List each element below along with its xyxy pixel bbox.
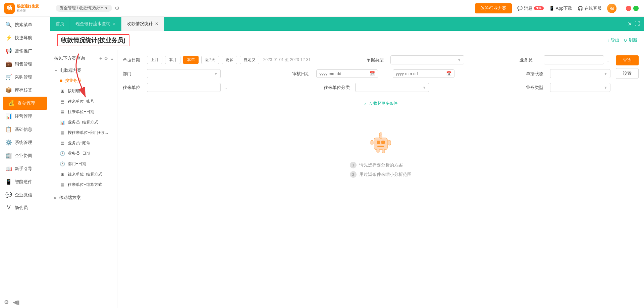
breadcrumb: 资金管理 / 收款情况统计 ▼ — [56, 5, 112, 12]
sidebar-item-purchase[interactable]: 🛒 采购管理 — [0, 70, 50, 84]
tab-close-all-icon[interactable]: ✕ — [628, 21, 632, 27]
sidebar-item-smarthw[interactable]: 📱 智能硬件 — [0, 175, 50, 188]
unit-select[interactable] — [147, 83, 221, 92]
dept-select[interactable]: ▼ — [147, 69, 221, 78]
sidebar-item-enterprise[interactable]: 🏢 企业协同 — [0, 149, 50, 162]
date-btn-custom[interactable]: 自定义 — [240, 56, 259, 64]
basicinfo-icon: 📋 — [5, 126, 12, 133]
panel-collapse-button[interactable]: « — [110, 56, 113, 61]
scheme-item-by-salesman[interactable]: 按业务员 — [50, 75, 117, 86]
tab-collection-stat[interactable]: 收款情况统计 ✕ — [121, 17, 164, 31]
filter-settings-button[interactable]: 设置 — [616, 68, 639, 79]
date-btn-more[interactable]: 更多 — [222, 56, 237, 64]
salesman-dots[interactable]: ... — [607, 57, 610, 62]
sidebar-item-search[interactable]: 🔍 搜索菜单 — [0, 18, 50, 31]
filter-buttons: 查询 设置 — [610, 55, 639, 97]
refresh-button[interactable]: ↻ 刷新 — [624, 37, 637, 43]
tab-bank-flow[interactable]: 现金银行流水查询 ✕ — [70, 17, 121, 31]
window-close-button[interactable] — [626, 6, 631, 11]
date-btn-this-year[interactable]: 本年 — [183, 56, 199, 64]
inventory-icon: 📦 — [5, 87, 12, 93]
sidebar-item-finance[interactable]: 💰 资金管理 — [3, 97, 47, 110]
sidebar-item-marketing[interactable]: 📢 营销推广 — [0, 44, 50, 57]
audit-date-start-input[interactable]: 📅 — [316, 69, 378, 78]
sidebar-item-member[interactable]: V 畅会员 — [0, 201, 50, 214]
scheme-item-salesman-date[interactable]: 🕐 业务员+日期 — [50, 148, 117, 159]
date-btn-this-month[interactable]: 本月 — [165, 56, 180, 64]
tab-close-bank-flow[interactable]: ✕ — [112, 21, 116, 26]
scheme-item-by-detail[interactable]: ⊞ 按明细 — [50, 86, 117, 96]
app-download-button[interactable]: 📱 App下载 — [549, 5, 572, 11]
tab-window-controls: ✕ ⛶ — [624, 21, 644, 27]
trial-button[interactable]: 体验行业方案 — [475, 3, 512, 13]
biztype-select[interactable]: ▼ — [550, 83, 610, 92]
tab-close-collection[interactable]: ✕ — [155, 21, 158, 26]
date-btn-last-month[interactable]: 上月 — [147, 56, 162, 64]
sidebar-item-inventory[interactable]: 📦 库存核算 — [0, 84, 50, 97]
sidebar-item-newguide[interactable]: 📖 新手引导 — [0, 162, 50, 175]
audit-date-end-field[interactable] — [396, 71, 446, 76]
filter-row-1: 单据日期 上月 本月 本年 近7天 更多 自定义 2023-01-01 至 20… — [123, 55, 610, 64]
expand-icon: ▼ — [54, 69, 58, 72]
scheme-mobile: ▶ 移动端方案 — [50, 191, 117, 204]
doctype-select[interactable]: ▼ — [390, 55, 464, 64]
table5-icon: ▤ — [60, 182, 65, 187]
docstatus-select[interactable]: ▼ — [550, 69, 610, 78]
tab-expand-icon[interactable]: ⛶ — [635, 21, 640, 27]
scheme-item-unit-dept[interactable]: ▤ 按往来单位+部门+收... — [50, 127, 117, 138]
export-button[interactable]: ↑ 导出 — [607, 37, 620, 43]
message-button[interactable]: 💬 消息 99+ — [517, 5, 544, 11]
scheme-mobile-header[interactable]: ▶ 移动端方案 — [50, 193, 117, 203]
sidebar-item-basicinfo[interactable]: 📋 基础信息 — [0, 123, 50, 136]
service-icon: 🎧 — [578, 6, 583, 11]
unit-dots[interactable]: ... — [223, 85, 227, 90]
scheme-item-salesman-account[interactable]: ▤ 业务员+账号 — [50, 138, 117, 148]
calendar-icon[interactable]: 📅 — [370, 71, 375, 76]
sidebar-item-system[interactable]: ⚙️ 系统管理 — [0, 136, 50, 149]
table4-icon: ▤ — [60, 141, 65, 146]
unit-category-select[interactable]: ▼ — [355, 83, 429, 92]
scheme-item-salesman-settle[interactable]: 📊 业务员+结算方式 — [50, 117, 117, 127]
hint-number-1: 1 — [350, 162, 357, 168]
date-label: 单据日期 — [123, 57, 142, 63]
scheme-settings-button[interactable]: ⚙ — [104, 56, 108, 61]
sidebar-item-wechat[interactable]: 💬 企业微信 — [0, 188, 50, 201]
scheme-item-dept-date[interactable]: 🕐 部门+日期 — [50, 159, 117, 169]
unit-category-arrow-icon: ▼ — [423, 86, 426, 90]
window-maximize-button[interactable] — [633, 6, 639, 11]
audit-date-end-input[interactable]: 📅 — [393, 69, 454, 78]
salesman-select[interactable] — [544, 55, 604, 64]
scheme-desktop-header[interactable]: ▼ 电脑端方案 — [50, 65, 117, 75]
date-btn-7days[interactable]: 近7天 — [201, 56, 219, 64]
sales-icon: 💼 — [5, 61, 12, 67]
logo-area: 畅 畅捷通好生意 标准版 — [0, 0, 50, 17]
scheme-item-unit-settle2[interactable]: ▤ 往来单位+结算方式 — [50, 179, 117, 190]
scheme-item-unit-date[interactable]: ▤ 往来单位+日期 — [50, 107, 117, 117]
svg-rect-8 — [382, 149, 385, 153]
calendar2-icon[interactable]: 📅 — [446, 71, 451, 76]
query-button[interactable]: 查询 — [616, 55, 639, 65]
gear-icon[interactable]: ⚙ — [115, 5, 119, 11]
audit-date-label: 审核日期 — [292, 71, 311, 77]
sidebar-item-operations[interactable]: 📊 经营管理 — [0, 110, 50, 123]
bottom-settings-icon[interactable]: ⚙ — [4, 299, 9, 305]
logo-text: 畅捷通好生意 标准版 — [17, 4, 39, 13]
collapse-more-button[interactable]: ∧ ∧ 收起更多条件 — [123, 98, 639, 109]
operations-icon: 📊 — [5, 113, 12, 119]
sidebar-item-quicknav[interactable]: ⚡ 快捷导航 — [0, 31, 50, 44]
data-area: 1 请先选择要分析的方案 2 用过滤条件来缩小分析范围 — [123, 112, 639, 196]
user-avatar[interactable]: Rit — [607, 4, 616, 13]
tab-home[interactable]: 首页 — [50, 17, 70, 31]
scheme-item-unit-settle1[interactable]: ⊞ 往来单位+结算方式 — [50, 169, 117, 179]
quicknav-icon: ⚡ — [5, 35, 12, 41]
table2-icon: ▤ — [60, 109, 65, 114]
bottom-toggle-icon[interactable]: ◀▮ — [13, 299, 20, 305]
filter-row-3: 往来单位 ... 往来单位分类 ▼ — [123, 83, 610, 92]
customer-service-button[interactable]: 🎧 在线客服 — [578, 5, 602, 11]
scheme-item-unit-account[interactable]: ▤ 往来单位+账号 — [50, 96, 117, 107]
svg-rect-3 — [377, 146, 384, 147]
add-scheme-button[interactable]: + — [99, 56, 102, 61]
audit-date-start-field[interactable] — [319, 71, 370, 76]
salesman-label: 业务员 — [520, 57, 538, 63]
sidebar-item-sales[interactable]: 💼 销售管理 — [0, 57, 50, 70]
